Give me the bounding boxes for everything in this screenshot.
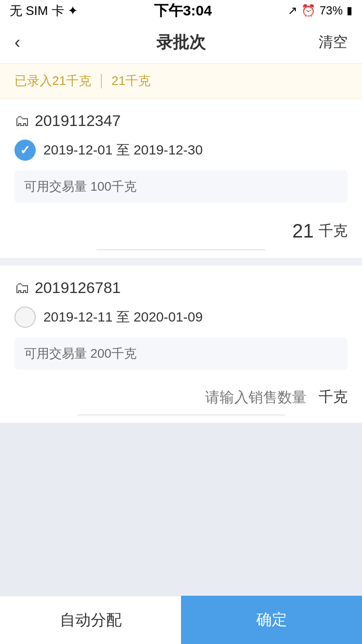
- back-button[interactable]: ‹: [14, 32, 43, 53]
- batch-1-icon: 🗂: [14, 112, 30, 130]
- check-icon: ✓: [20, 143, 30, 158]
- batch-2-available: 可用交易量 200千克: [14, 337, 348, 370]
- clear-button[interactable]: 清空: [319, 32, 348, 52]
- recorded-value: 21千克: [111, 72, 151, 89]
- battery-level: 73%: [320, 4, 343, 17]
- batch-2-quantity-input[interactable]: [169, 389, 314, 406]
- batch-1-date: 2019-12-01 至 2019-12-30: [43, 141, 203, 159]
- content-area: 🗂 2019112347 ✓ 2019-12-01 至 2019-12-30 可…: [0, 98, 362, 644]
- batch-1-radio[interactable]: ✓: [14, 140, 36, 161]
- empty-area: [0, 423, 362, 616]
- info-divider: [101, 74, 102, 88]
- batch-1-quantity-unit: 千克: [319, 221, 348, 241]
- info-banner: 已录入21千克 21千克: [0, 64, 362, 98]
- batch-card-1: 🗂 2019112347 ✓ 2019-12-01 至 2019-12-30 可…: [0, 98, 362, 258]
- batch-1-id: 2019112347: [35, 112, 121, 130]
- nav-bar: ‹ 录批次 清空: [0, 21, 362, 64]
- page-title: 录批次: [156, 31, 206, 54]
- confirm-button[interactable]: 确定: [181, 596, 362, 644]
- batch-2-icon: 🗂: [14, 279, 30, 297]
- status-time: 下午3:04: [154, 1, 212, 21]
- recorded-label: 已录入21千克: [14, 72, 91, 89]
- batch-1-quantity-value: 21: [292, 220, 314, 242]
- location-icon: ↗: [288, 4, 297, 17]
- sim-signal: 无 SIM 卡 ✦: [10, 2, 78, 19]
- status-right: ↗ ⏰ 73% ▮: [288, 4, 352, 17]
- batch-card-2: 🗂 2019126781 2019-12-11 至 2020-01-09 可用交…: [0, 266, 362, 423]
- auto-distribute-button[interactable]: 自动分配: [0, 596, 181, 644]
- batch-2-unit: 千克: [319, 387, 348, 407]
- batch-2-date: 2019-12-11 至 2020-01-09: [43, 308, 203, 326]
- status-bar: 无 SIM 卡 ✦ 下午3:04 ↗ ⏰ 73% ▮: [0, 0, 362, 21]
- batch-1-available: 可用交易量 100千克: [14, 170, 348, 203]
- batch-2-input-row: 千克: [0, 378, 362, 415]
- batch-1-quantity-row: 21 千克: [0, 210, 362, 250]
- batch-2-date-row: 2019-12-11 至 2020-01-09: [0, 302, 362, 333]
- batch-1-header: 🗂 2019112347: [0, 98, 362, 135]
- bottom-bar: 自动分配 确定: [0, 596, 362, 644]
- batch-2-radio[interactable]: [14, 307, 36, 328]
- batch-1-date-row: ✓ 2019-12-01 至 2019-12-30: [0, 135, 362, 166]
- status-left: 无 SIM 卡 ✦: [10, 2, 78, 19]
- batch-2-id: 2019126781: [35, 279, 121, 297]
- card-separator: [0, 258, 362, 266]
- battery-icon: ▮: [347, 4, 352, 17]
- alarm-icon: ⏰: [301, 4, 316, 17]
- batch-2-header: 🗂 2019126781: [0, 266, 362, 302]
